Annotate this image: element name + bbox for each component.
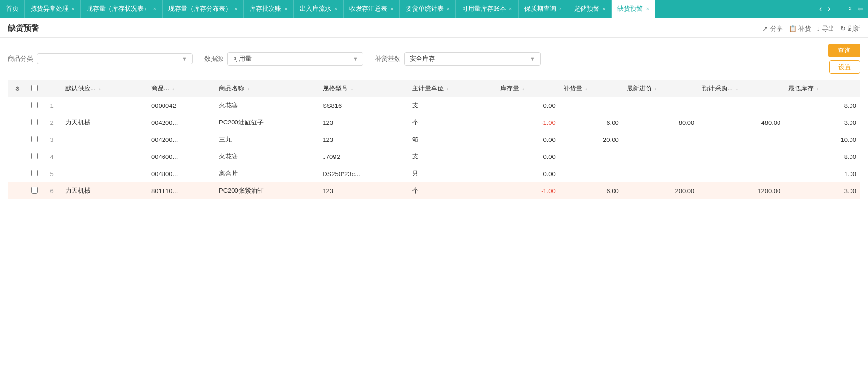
row-spec: SS816 bbox=[319, 97, 408, 114]
row-checkbox-cell bbox=[27, 131, 42, 148]
row-checkbox-2[interactable] bbox=[31, 136, 38, 142]
restock-base-select[interactable]: 安全库存 ▼ bbox=[404, 52, 541, 66]
row-product-name: 离合片 bbox=[215, 165, 319, 182]
select-all-checkbox[interactable] bbox=[31, 85, 38, 91]
tab-item-1[interactable]: 拣货异常处理× bbox=[25, 0, 81, 18]
tab-item-2[interactable]: 现存量（库存状况表）× bbox=[81, 0, 162, 18]
col-restock-sort-icon[interactable]: ↕ bbox=[585, 86, 587, 91]
row-unit: 个 bbox=[408, 182, 496, 199]
restock-icon: 📋 bbox=[789, 25, 796, 32]
tab-label-3: 现存量（库存分布表） bbox=[168, 4, 232, 13]
tab-close-11[interactable]: × bbox=[646, 6, 649, 12]
tab-close-4[interactable]: × bbox=[284, 6, 287, 12]
col-name-label: 商品名称 bbox=[219, 85, 244, 92]
share-button[interactable]: ↗ 分享 bbox=[762, 24, 783, 33]
row-spec: 123 bbox=[319, 114, 408, 131]
col-gear[interactable]: ⚙ bbox=[8, 80, 27, 97]
restock-base-label: 补货基数 bbox=[375, 54, 400, 63]
query-button[interactable]: 查询 bbox=[828, 44, 860, 57]
restock-button[interactable]: 📋 补货 bbox=[789, 24, 811, 33]
row-checkbox-cell bbox=[27, 182, 42, 199]
row-supplier bbox=[61, 97, 147, 114]
col-spec-sort-icon[interactable]: ↕ bbox=[351, 86, 353, 91]
row-restock: 6.00 bbox=[560, 114, 623, 131]
tab-bar: 首页拣货异常处理×现存量（库存状况表）×现存量（库存分布表）×库存批次账×出入库… bbox=[0, 0, 868, 18]
row-number: 1 bbox=[42, 97, 61, 114]
row-checkbox-5[interactable] bbox=[31, 187, 38, 194]
col-latest-price-sort-icon[interactable]: ↕ bbox=[654, 86, 657, 91]
row-checkbox-3[interactable] bbox=[31, 153, 38, 159]
tab-item-3[interactable]: 现存量（库存分布表）× bbox=[163, 0, 244, 18]
row-est-purchase bbox=[698, 165, 784, 182]
settings-gear-icon[interactable]: ⚙ bbox=[15, 85, 20, 92]
row-min-stock: 10.00 bbox=[784, 131, 860, 148]
datasource-value: 可用量 bbox=[233, 54, 252, 63]
col-spec: 规格型号 ↕ bbox=[319, 80, 408, 97]
tab-close-8[interactable]: × bbox=[509, 6, 512, 12]
share-label: 分享 bbox=[770, 24, 783, 33]
tab-item-10[interactable]: 超储预警× bbox=[568, 0, 612, 18]
restock-base-arrow-icon: ▼ bbox=[530, 56, 535, 62]
tab-close-6[interactable]: × bbox=[390, 6, 393, 12]
row-checkbox-4[interactable] bbox=[31, 170, 38, 176]
row-checkbox-0[interactable] bbox=[31, 102, 38, 108]
tab-close-5[interactable]: × bbox=[334, 6, 337, 12]
tab-close-1[interactable]: × bbox=[72, 6, 74, 12]
tab-item-8[interactable]: 可用量库存账本× bbox=[456, 0, 518, 18]
row-gear-cell bbox=[8, 148, 27, 165]
col-code-sort-icon[interactable]: ↕ bbox=[172, 86, 175, 91]
tab-next-button[interactable]: › bbox=[825, 0, 833, 18]
datasource-filter-group: 数据源 可用量 ▼ bbox=[204, 52, 363, 66]
row-supplier bbox=[61, 165, 147, 182]
col-unit-sort-icon[interactable]: ↕ bbox=[446, 86, 449, 91]
row-gear-cell bbox=[8, 165, 27, 182]
tab-item-4[interactable]: 库存批次账× bbox=[244, 0, 293, 18]
tab-minimize-button[interactable]: — bbox=[833, 0, 845, 18]
row-unit: 只 bbox=[408, 165, 496, 182]
tab-close-2[interactable]: × bbox=[153, 6, 156, 12]
page-content: 缺货预警 ↗ 分享 📋 补货 ↓ 导出 ↻ 刷新 商品分类 bbox=[0, 18, 868, 387]
row-gear-cell bbox=[8, 182, 27, 199]
tab-item-6[interactable]: 收发存汇总表× bbox=[344, 0, 399, 18]
col-est-purchase-sort-icon[interactable]: ↕ bbox=[736, 86, 738, 91]
row-restock: 20.00 bbox=[560, 131, 623, 148]
export-button[interactable]: ↓ 导出 bbox=[817, 24, 835, 33]
col-supplier-sort-icon[interactable]: ↕ bbox=[98, 86, 101, 91]
tab-prev-button[interactable]: ‹ bbox=[816, 0, 825, 18]
col-stock-sort-icon[interactable]: ↕ bbox=[522, 86, 524, 91]
row-number: 2 bbox=[42, 114, 61, 131]
col-code-label: 商品... bbox=[151, 85, 169, 92]
row-product-name: PC200张紧油缸 bbox=[215, 182, 319, 199]
restock-base-value: 安全库存 bbox=[410, 54, 435, 63]
tab-item-5[interactable]: 出入库流水× bbox=[294, 0, 344, 18]
settings-button[interactable]: 设置 bbox=[829, 60, 860, 74]
tab-close-3[interactable]: × bbox=[235, 6, 237, 12]
col-min-stock-sort-icon[interactable]: ↕ bbox=[816, 86, 819, 91]
tab-close-7[interactable]: × bbox=[447, 6, 450, 12]
row-unit: 个 bbox=[408, 114, 496, 131]
row-code: 0000042 bbox=[147, 97, 215, 114]
header-actions: ↗ 分享 📋 补货 ↓ 导出 ↻ 刷新 bbox=[762, 24, 861, 33]
category-select[interactable]: ▼ bbox=[37, 53, 193, 64]
tab-item-0[interactable]: 首页 bbox=[0, 0, 25, 18]
refresh-button[interactable]: ↻ 刷新 bbox=[840, 24, 860, 33]
datasource-select[interactable]: 可用量 ▼ bbox=[227, 52, 363, 66]
table-container: ⚙ 默认供应... ↕ 商品... ↕ 商品名称 bbox=[0, 80, 868, 199]
col-unit-label: 主计量单位 bbox=[412, 85, 444, 92]
tab-label-9: 保质期查询 bbox=[524, 4, 556, 13]
tab-item-7[interactable]: 要货单统计表× bbox=[400, 0, 456, 18]
tab-close-10[interactable]: × bbox=[602, 6, 605, 12]
col-name-sort-icon[interactable]: ↕ bbox=[247, 86, 250, 91]
tab-label-10: 超储预警 bbox=[574, 4, 599, 13]
col-restock: 补货量 ↕ bbox=[560, 80, 623, 97]
tab-close-button[interactable]: × bbox=[845, 0, 855, 18]
row-checkbox-1[interactable] bbox=[31, 119, 38, 125]
row-stock: 0.00 bbox=[496, 97, 560, 114]
tab-item-9[interactable]: 保质期查询× bbox=[519, 0, 568, 18]
tab-close-9[interactable]: × bbox=[559, 6, 562, 12]
tab-item-11[interactable]: 缺货预警× bbox=[612, 0, 655, 18]
table-row: 2力天机械004200...PC200油缸缸子123个-1.006.0080.0… bbox=[8, 114, 860, 131]
table-row: 3004200...三九123箱0.0020.0010.00 bbox=[8, 131, 860, 148]
tab-fullscreen-button[interactable]: ⥢ bbox=[855, 0, 866, 18]
row-gear-cell bbox=[8, 114, 27, 131]
